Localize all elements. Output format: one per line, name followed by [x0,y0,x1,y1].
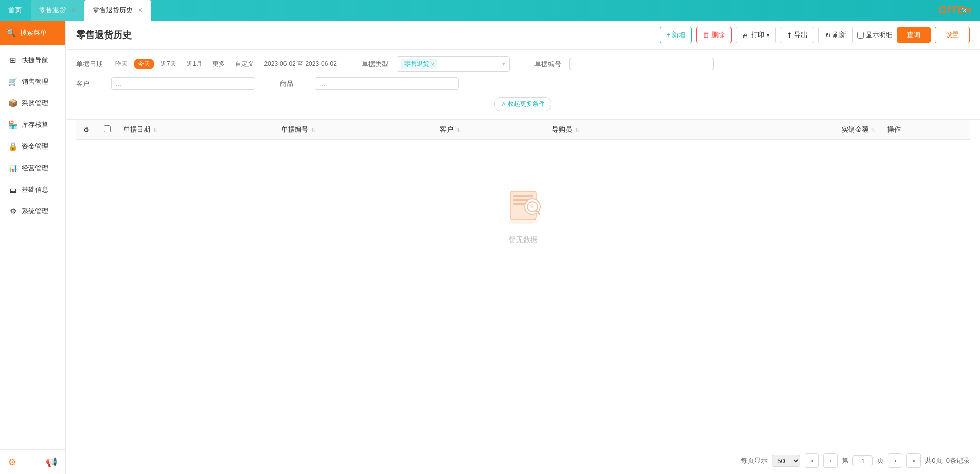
type-select-chevron-icon: ▾ [502,61,505,67]
svg-rect-2 [513,195,533,197]
sidebar-item-inventory[interactable]: 🏪 库存核算 [0,114,65,136]
th-amount-sort-icon[interactable]: ⇅ [871,127,875,133]
display-detail-checkbox[interactable] [857,32,864,39]
speaker-icon[interactable]: 📢 [46,457,57,468]
tab-retail-return-history-label: 零售退货历史 [93,6,133,15]
display-detail-checkbox-label[interactable]: 显示明细 [857,30,893,40]
tab-retail-return-history[interactable]: 零售退货历史 ✕ [84,0,151,21]
next-page-button[interactable]: › [888,453,902,468]
expand-collapse-row: ∧ 收起更多条件 [76,95,970,113]
sidebar-item-inventory-label: 库存核算 [22,120,48,130]
th-spacer [681,120,723,140]
th-amount: 实销金额 ⇅ [723,120,881,140]
last-page-button[interactable]: » [906,453,921,468]
page-size-select[interactable]: 50 10 20 100 [772,455,800,467]
sidebar-item-purchase-label: 采购管理 [22,99,48,108]
customer-filter-input[interactable]: ... [111,77,255,90]
date-shortcut-yesterday[interactable]: 昨天 [111,59,132,69]
sidebar-item-sales-mgmt[interactable]: 🛒 销售管理 [0,71,65,93]
sidebar-item-ops-mgmt[interactable]: 📊 经营管理 [0,157,65,179]
page-size-label: 每页显示 [741,456,768,465]
table-header-row: ⚙ 单据日期 ⇅ 单据编号 ⇅ [76,120,970,140]
select-all-checkbox[interactable] [104,125,111,132]
brand-text: OfTEn [938,4,972,16]
number-filter-label: 单据编号 [534,60,565,69]
sidebar-search[interactable]: 🔍 搜索菜单 [0,21,65,45]
data-table: ⚙ 单据日期 ⇅ 单据编号 ⇅ [76,120,970,140]
date-shortcuts: 昨天 今天 近7天 近1月 更多 自定义 [111,59,258,69]
sidebar-item-basic-label: 基础信息 [22,185,48,194]
th-settings[interactable]: ⚙ [76,120,97,140]
export-button[interactable]: ⬆ 导出 [780,27,814,43]
prev-page-button[interactable]: ‹ [823,453,838,468]
sidebar-item-purchase-mgmt[interactable]: 📦 采购管理 [0,93,65,114]
th-checkbox[interactable] [97,120,117,140]
th-customer-sort-icon[interactable]: ⇅ [456,127,460,133]
pagination-bar: 每页显示 50 10 20 100 « ‹ 第 页 › » 共0页, 0条记录 [66,447,980,474]
sales-icon: 🛒 [8,77,17,86]
type-filter-label: 单据类型 [362,60,393,69]
sidebar-search-label: 搜索菜单 [20,28,47,38]
th-operation: 操作 [881,120,970,140]
quick-nav-icon: ⊞ [8,56,17,65]
sidebar-item-quick-nav[interactable]: ⊞ 快捷导航 [0,49,65,71]
export-label: 导出 [794,30,808,40]
date-shortcut-1month[interactable]: 近1月 [183,59,207,69]
settings-button[interactable]: 设置 [935,27,970,43]
print-label: 打印 [751,30,764,40]
sidebar-item-fund-mgmt[interactable]: 🔒 资金管理 [0,136,65,157]
svg-rect-3 [513,199,528,201]
date-shortcut-custom[interactable]: 自定义 [231,59,258,69]
sidebar-item-basic-info[interactable]: 🗂 基础信息 [0,179,65,200]
th-date-label: 单据日期 [123,125,150,133]
print-button[interactable]: 🖨 打印 ▾ [736,27,776,43]
th-customer-label: 客户 [440,125,453,133]
date-range-display: 2023-06-02 至 2023-06-02 [264,60,336,68]
date-shortcut-more[interactable]: 更多 [208,59,229,69]
total-records-text: 共0页, 0条记录 [925,456,970,465]
refresh-icon: ↻ [825,31,831,39]
customer-filter-ellipsis: ... [116,80,121,87]
number-filter-input[interactable] [569,58,714,70]
sys-icon: ⚙ [8,207,17,216]
collapse-filter-button[interactable]: ∧ 收起更多条件 [494,97,551,111]
goods-filter-input[interactable]: ... [315,77,459,90]
page-number-input[interactable] [852,455,873,466]
top-bar-right: OfTEn ✕ [957,4,980,17]
sidebar-item-ops-label: 经营管理 [22,163,48,173]
th-number-sort-icon[interactable]: ⇅ [311,127,315,133]
tab-home[interactable]: 首页 [0,0,30,21]
table-area: ⚙ 单据日期 ⇅ 单据编号 ⇅ [66,120,980,447]
export-icon: ⬆ [787,31,792,39]
tab-retail-return-close[interactable]: ✕ [71,7,76,14]
query-button[interactable]: 查询 [897,27,931,43]
sidebar-item-fund-label: 资金管理 [22,142,48,151]
sidebar-nav: ⊞ 快捷导航 🛒 销售管理 📦 采购管理 🏪 库存核算 🔒 资金管理 📊 [0,45,65,449]
date-shortcut-today[interactable]: 今天 [134,59,154,69]
first-page-button[interactable]: « [805,453,819,468]
th-number: 单据编号 ⇅ [275,120,433,140]
sidebar-item-sys-mgmt[interactable]: ⚙ 系统管理 [0,200,65,222]
th-date-sort-icon[interactable]: ⇅ [153,127,157,133]
type-tag-close[interactable]: × [431,61,434,67]
th-date: 单据日期 ⇅ [117,120,275,140]
th-guide-sort-icon[interactable]: ⇅ [575,127,579,133]
jump-suffix: 页 [877,456,884,465]
header-actions: + 新增 🗑 删除 🖨 打印 ▾ ⬆ 导出 ↻ 刷新 显示明细 [660,27,970,43]
top-bar: 首页 零售退货 ✕ 零售退货历史 ✕ OfTEn ✕ [0,0,980,21]
tab-retail-return[interactable]: 零售退货 ✕ [31,0,84,21]
content-area: 零售退货历史 + 新增 🗑 删除 🖨 打印 ▾ ⬆ 导出 ↻ 刷新 [66,21,980,474]
new-button[interactable]: + 新增 [660,27,692,43]
delete-button[interactable]: 🗑 删除 [696,27,732,43]
column-settings-icon[interactable]: ⚙ [83,126,90,134]
date-shortcut-7days[interactable]: 近7天 [156,59,181,69]
sidebar-item-sys-label: 系统管理 [22,207,48,216]
type-filter-select[interactable]: 零售退货 × ▾ [397,56,510,72]
tab-retail-return-history-close[interactable]: ✕ [138,7,143,14]
date-filter-label: 单据日期 [76,60,107,69]
refresh-button[interactable]: ↻ 刷新 [818,27,853,43]
settings-gear-icon[interactable]: ⚙ [8,457,16,468]
th-guide-label: 导购员 [552,125,572,133]
main-layout: 🔍 搜索菜单 ⊞ 快捷导航 🛒 销售管理 📦 采购管理 🏪 库存核算 🔒 [0,21,980,474]
table-wrapper: ⚙ 单据日期 ⇅ 单据编号 ⇅ [76,120,970,447]
